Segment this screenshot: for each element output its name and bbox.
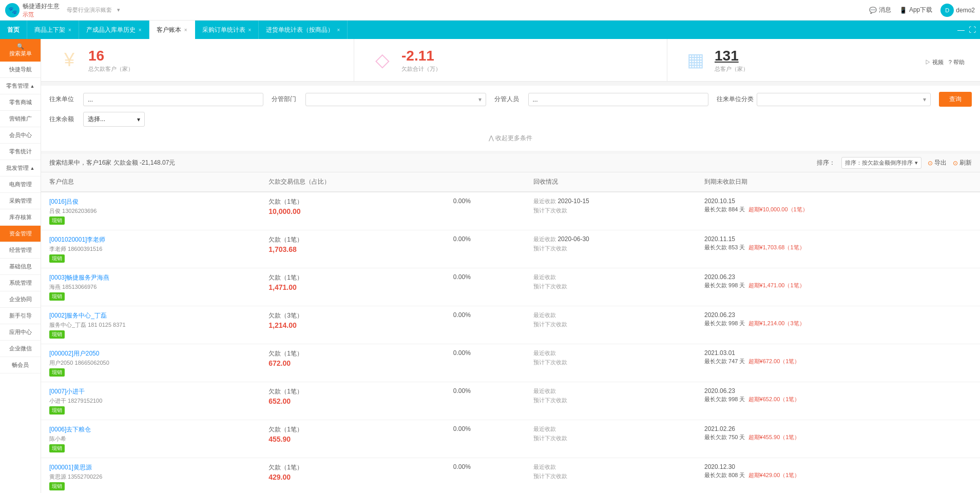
customer-name-1[interactable]: [0001020001]李老师 bbox=[49, 235, 252, 244]
col-debt-info: 欠款交易信息（占比） bbox=[260, 172, 445, 192]
export-btn[interactable]: ⊙ 导出 bbox=[928, 159, 947, 167]
cell-percent-3: 0.00% bbox=[445, 306, 525, 344]
overdue-date-4: 2021.03.01 bbox=[704, 349, 972, 357]
sidebar-inventory-label: 库存核算 bbox=[9, 214, 32, 220]
tab-customer-account-close[interactable]: × bbox=[184, 27, 187, 33]
tab-purchase-order-label: 采购订单统计表 bbox=[202, 26, 245, 34]
sidebar-item-quick-nav[interactable]: 快捷导航 bbox=[0, 62, 41, 78]
unit-category-select[interactable]: ▾ bbox=[757, 93, 931, 106]
debt-amount-6[interactable]: 455.90 bbox=[268, 435, 437, 443]
customer-name-5[interactable]: [0007]小进干 bbox=[49, 387, 252, 396]
industry-dropdown-icon[interactable]: ▾ bbox=[117, 7, 120, 13]
sidebar-item-basic-info[interactable]: 基础信息 bbox=[0, 259, 41, 275]
customer-name-6[interactable]: [0006]去下粮仓 bbox=[49, 425, 252, 434]
sidebar-item-finance[interactable]: 资金管理 bbox=[0, 226, 41, 242]
tab-purchase-order-close[interactable]: × bbox=[248, 27, 252, 33]
sidebar-item-sys-mgmt[interactable]: 系统管理 bbox=[0, 275, 41, 291]
overdue-link-0[interactable]: 超期¥10,000.00（1笔） bbox=[748, 206, 808, 212]
debt-amount-7[interactable]: 429.00 bbox=[268, 473, 437, 481]
sidebar-item-retail-mgmt[interactable]: 零售管理 ▲ bbox=[0, 78, 41, 94]
customer-name-4[interactable]: [000002]用户2050 bbox=[49, 349, 252, 358]
overdue-link-3[interactable]: 超期¥1,214.00（3笔） bbox=[748, 320, 805, 326]
app-logo-icon: 🐾 bbox=[5, 3, 20, 17]
sidebar-item-member-vip[interactable]: 畅会员 bbox=[0, 357, 41, 373]
cell-percent-6: 0.00% bbox=[445, 420, 525, 458]
sidebar-member-center-label: 会员中心 bbox=[9, 132, 32, 138]
tab-inventory-stats[interactable]: 进货单统计表（按商品） × bbox=[259, 21, 348, 39]
customer-tag-5: 现销 bbox=[49, 406, 65, 415]
sidebar-item-retail-mall[interactable]: 零售商城 bbox=[0, 94, 41, 111]
app-download-btn[interactable]: 📱 App下载 bbox=[899, 6, 932, 14]
sidebar-item-enterprise-coop[interactable]: 企业协同 bbox=[0, 291, 41, 308]
help-btn[interactable]: ? 帮助 bbox=[949, 58, 965, 66]
tab-production-close[interactable]: × bbox=[139, 27, 142, 33]
next-collect-7: 预计下次收款 bbox=[533, 472, 688, 480]
customer-tag-2: 现销 bbox=[49, 292, 65, 301]
from-unit-input[interactable]: ... bbox=[83, 93, 263, 106]
person-input[interactable]: ... bbox=[528, 93, 708, 106]
tab-inventory-stats-close[interactable]: × bbox=[337, 27, 340, 33]
balance-placeholder: 选择... bbox=[88, 115, 105, 124]
overdue-link-6[interactable]: 超期¥455.90（1笔） bbox=[748, 434, 800, 440]
customer-name-7[interactable]: [000001]黄思源 bbox=[49, 463, 252, 472]
overdue-link-5[interactable]: 超期¥652.00（1笔） bbox=[748, 396, 800, 402]
customer-name-0[interactable]: [0016]吕俊 bbox=[49, 198, 252, 206]
table-row: [0007]小进干 小进干 18279152100 现销 欠款（1笔） 652.… bbox=[41, 382, 980, 420]
sort-select[interactable]: 排序：按欠款金额倒序排序 ▾ bbox=[841, 157, 921, 169]
debt-amount-3[interactable]: 1,214.00 bbox=[268, 321, 437, 329]
overdue-link-4[interactable]: 超期¥672.00（1笔） bbox=[748, 358, 800, 364]
nav-minimize-icon[interactable]: — bbox=[957, 26, 965, 34]
sidebar-item-purchase[interactable]: 采购管理 bbox=[0, 193, 41, 209]
search-button[interactable]: 查询 bbox=[939, 92, 972, 107]
dept-select[interactable]: ▾ bbox=[305, 93, 486, 106]
sidebar-item-batch-mgmt[interactable]: 批发管理 ▲ bbox=[0, 160, 41, 176]
customer-name-2[interactable]: [0003]畅捷服务尹海燕 bbox=[49, 273, 252, 282]
tab-purchase-order[interactable]: 采购订单统计表 × bbox=[195, 21, 259, 39]
message-btn[interactable]: 💬 消息 bbox=[869, 6, 891, 14]
collapse-row[interactable]: ⋀ 收起更多条件 bbox=[49, 132, 972, 145]
sidebar-search[interactable]: 🔍 搜索菜单 bbox=[0, 39, 41, 62]
user-menu[interactable]: D demo2 bbox=[940, 4, 975, 17]
debt-percent-5: 0.00% bbox=[453, 387, 517, 395]
stat-value-total-customers: 131 bbox=[715, 48, 748, 64]
nav-maximize-icon[interactable]: ⛶ bbox=[969, 26, 976, 34]
tab-home[interactable]: 首页 bbox=[0, 21, 27, 39]
sidebar: 🔍 搜索菜单 快捷导航 零售管理 ▲ 零售商城 营销推广 会员中心 零售统计 批… bbox=[0, 39, 41, 493]
sidebar-item-operation[interactable]: 经营管理 bbox=[0, 242, 41, 259]
debt-amount-4[interactable]: 672.00 bbox=[268, 359, 437, 367]
tab-customer-account[interactable]: 客户账本 × bbox=[149, 21, 195, 39]
debt-amount-0[interactable]: 10,000.00 bbox=[268, 207, 437, 215]
customer-sub-2: 海燕 18513066976 bbox=[49, 283, 252, 291]
table-row: [0003]畅捷服务尹海燕 海燕 18513066976 现销 欠款（1笔） 1… bbox=[41, 268, 980, 306]
sidebar-item-enterprise-wx[interactable]: 企业微信 bbox=[0, 341, 41, 357]
video-btn[interactable]: ▷ 视频 bbox=[925, 58, 944, 66]
tab-products-close[interactable]: × bbox=[68, 27, 71, 33]
debt-percent-6: 0.00% bbox=[453, 425, 517, 432]
collect-date-0: 2020-10-15 bbox=[558, 198, 589, 205]
sidebar-item-new-guide[interactable]: 新手引导 bbox=[0, 308, 41, 324]
sidebar-item-member-center[interactable]: 会员中心 bbox=[0, 127, 41, 144]
debt-amount-5[interactable]: 652.00 bbox=[268, 397, 437, 405]
overdue-link-7[interactable]: 超期¥429.00（1笔） bbox=[748, 472, 800, 478]
sidebar-ecommerce-label: 电商管理 bbox=[9, 181, 32, 187]
customer-name-3[interactable]: [0002]服务中心_丁磊 bbox=[49, 311, 252, 320]
sidebar-item-marketing[interactable]: 营销推广 bbox=[0, 111, 41, 127]
sidebar-item-retail-stats[interactable]: 零售统计 bbox=[0, 144, 41, 160]
tab-production[interactable]: 产成品入库单历史 × bbox=[79, 21, 149, 39]
overdue-link-1[interactable]: 超期¥1,703.68（1笔） bbox=[748, 244, 805, 250]
tab-products[interactable]: 商品上下架 × bbox=[27, 21, 79, 39]
sidebar-item-inventory[interactable]: 库存核算 bbox=[0, 209, 41, 226]
balance-select[interactable]: 选择... ▾ bbox=[83, 112, 145, 127]
refresh-btn[interactable]: ⊙ 刷新 bbox=[953, 159, 972, 167]
debt-amount-2[interactable]: 1,471.00 bbox=[268, 283, 437, 291]
debt-count-7: 欠款（1笔） bbox=[268, 463, 437, 472]
sidebar-item-app-center[interactable]: 应用中心 bbox=[0, 324, 41, 341]
nav-right-icons[interactable]: — ⛶ bbox=[957, 26, 980, 34]
stat-label-debt-customers: 总欠款客户（家） bbox=[88, 65, 133, 73]
sidebar-item-ecommerce[interactable]: 电商管理 bbox=[0, 176, 41, 193]
debt-amount-1[interactable]: 1,703.68 bbox=[268, 245, 437, 253]
sidebar-enterprise-coop-label: 企业协同 bbox=[9, 296, 32, 302]
overdue-link-2[interactable]: 超期¥1,471.00（1笔） bbox=[748, 282, 805, 288]
filter-row-1: 往来单位 ... 分管部门 ▾ 分管人员 ... bbox=[49, 92, 972, 107]
stat-top-right: ▷ 视频 ? 帮助 bbox=[925, 54, 965, 66]
